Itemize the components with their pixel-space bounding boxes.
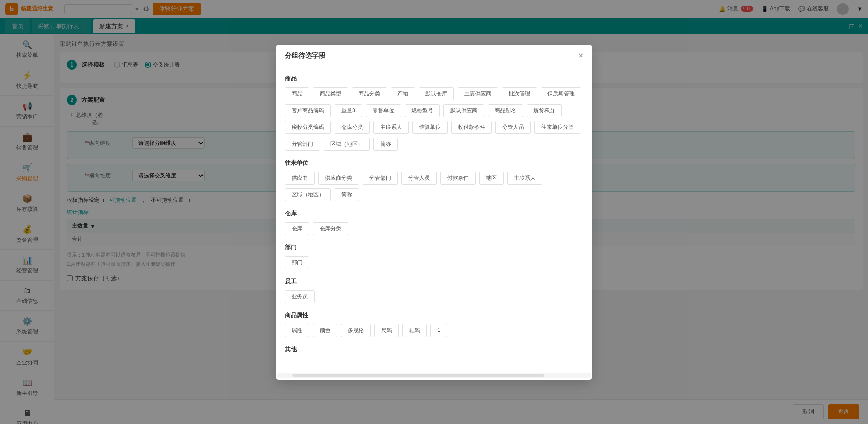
field-tag-one[interactable]: 1 (430, 324, 447, 337)
modal-header: 分组待选字段 × (276, 45, 592, 67)
field-group-employee-title: 员工 (285, 277, 583, 286)
field-select-modal: 分组待选字段 × 商品 商品 商品类型 商品分类 产地 默认仓库 主要供应商 批… (276, 45, 592, 380)
field-tags-product-attr: 属性 颜色 多规格 尺码 鞋码 1 (285, 324, 583, 337)
field-tag-partner-dept[interactable]: 分管部门 (363, 172, 398, 185)
field-tag-department[interactable]: 部门 (285, 256, 309, 269)
field-tag-retail-unit[interactable]: 零售单位 (366, 104, 401, 117)
field-tags-partner: 供应商 供应商分类 分管部门 分管人员 付款条件 地区 主联系人 区域（地区） … (285, 172, 583, 201)
field-tag-partner-supervisor[interactable]: 分管人员 (401, 172, 437, 185)
modal-title: 分组待选字段 (285, 52, 326, 60)
field-tag-product-type[interactable]: 商品类型 (313, 87, 348, 100)
field-tag-dept[interactable]: 分管部门 (285, 138, 320, 151)
field-tag-expiry[interactable]: 保质期管理 (541, 87, 581, 100)
field-group-product-attr: 商品属性 属性 颜色 多规格 尺码 鞋码 1 (285, 311, 583, 337)
field-tag-partner-shortname[interactable]: 简称 (335, 188, 359, 201)
field-tag-region[interactable]: 区域（地区） (324, 138, 370, 151)
field-tag-customer-code[interactable]: 客户商品编码 (285, 104, 331, 117)
field-tag-settlement-unit[interactable]: 结算单位 (412, 121, 448, 134)
field-group-department: 部门 部门 (285, 243, 583, 269)
field-tag-product-category[interactable]: 商品分类 (352, 87, 387, 100)
field-tag-payment-cond[interactable]: 付款条件 (440, 172, 476, 185)
field-tag-batch[interactable]: 批次管理 (502, 87, 537, 100)
field-tags-product: 商品 商品类型 商品分类 产地 默认仓库 主要供应商 批次管理 保质期管理 客户… (285, 87, 583, 151)
field-tag-product-alias[interactable]: 商品别名 (488, 104, 523, 117)
field-tag-spec[interactable]: 规格型号 (405, 104, 440, 117)
field-tag-short-name[interactable]: 简称 (373, 138, 398, 151)
field-tag-supplier[interactable]: 供应商 (285, 172, 315, 185)
modal-overlay: 分组待选字段 × 商品 商品 商品类型 商品分类 产地 默认仓库 主要供应商 批… (0, 0, 868, 424)
field-group-other: 其他 (285, 345, 583, 358)
field-group-warehouse-title: 仓库 (285, 210, 583, 218)
field-tag-warehouse[interactable]: 仓库 (285, 222, 309, 235)
field-tag-origin[interactable]: 产地 (391, 87, 415, 100)
field-tag-refine-points[interactable]: 炼货积分 (527, 104, 562, 117)
field-tag-attr[interactable]: 属性 (285, 324, 309, 337)
field-group-warehouse: 仓库 仓库 仓库分类 (285, 210, 583, 235)
field-tags-department: 部门 (285, 256, 583, 269)
field-tag-salesperson[interactable]: 业务员 (285, 290, 315, 303)
field-group-product: 商品 商品 商品类型 商品分类 产地 默认仓库 主要供应商 批次管理 保质期管理… (285, 75, 583, 151)
field-tag-default-warehouse[interactable]: 默认仓库 (419, 87, 454, 100)
field-tag-default-supplier[interactable]: 默认供应商 (443, 104, 484, 117)
field-tag-partner-region[interactable]: 区域（地区） (285, 188, 331, 201)
field-group-product-attr-title: 商品属性 (285, 311, 583, 319)
field-group-department-title: 部门 (285, 243, 583, 252)
field-tag-size[interactable]: 尺码 (374, 324, 399, 337)
field-tag-weight[interactable]: 重量3 (335, 104, 362, 117)
field-tag-warehouse-cat[interactable]: 仓库分类 (313, 222, 348, 235)
field-tag-shoe-size[interactable]: 鞋码 (402, 324, 427, 337)
field-tag-payment-terms[interactable]: 收付款条件 (451, 121, 492, 134)
field-tag-tax-code[interactable]: 税收分类编码 (285, 121, 331, 134)
field-group-partner-title: 往来单位 (285, 159, 583, 167)
field-tag-warehouse-category[interactable]: 仓库分类 (335, 121, 370, 134)
field-group-employee: 员工 业务员 (285, 277, 583, 303)
field-tag-color[interactable]: 颜色 (313, 324, 337, 337)
field-group-product-title: 商品 (285, 75, 583, 83)
field-tag-supplier-category[interactable]: 供应商分类 (318, 172, 359, 185)
field-group-partner: 往来单位 供应商 供应商分类 分管部门 分管人员 付款条件 地区 主联系人 区域… (285, 159, 583, 201)
modal-close-button[interactable]: × (578, 51, 583, 61)
field-group-other-title: 其他 (285, 345, 583, 353)
hscroll-thumb (292, 374, 544, 377)
field-tag-main-supplier[interactable]: 主要供应商 (458, 87, 498, 100)
field-tag-supervisor[interactable]: 分管人员 (495, 121, 531, 134)
modal-hscroll[interactable] (277, 373, 591, 378)
modal-body: 商品 商品 商品类型 商品分类 产地 默认仓库 主要供应商 批次管理 保质期管理… (276, 67, 592, 373)
field-tag-area[interactable]: 地区 (479, 172, 504, 185)
field-tags-employee: 业务员 (285, 290, 583, 303)
field-tag-partner-category[interactable]: 往来单位分类 (534, 121, 580, 134)
field-tag-main-contact[interactable]: 主联系人 (373, 121, 409, 134)
field-tag-partner-contact[interactable]: 主联系人 (507, 172, 542, 185)
field-tags-warehouse: 仓库 仓库分类 (285, 222, 583, 235)
field-tag-multi-spec[interactable]: 多规格 (341, 324, 371, 337)
field-tag-product[interactable]: 商品 (285, 87, 309, 100)
